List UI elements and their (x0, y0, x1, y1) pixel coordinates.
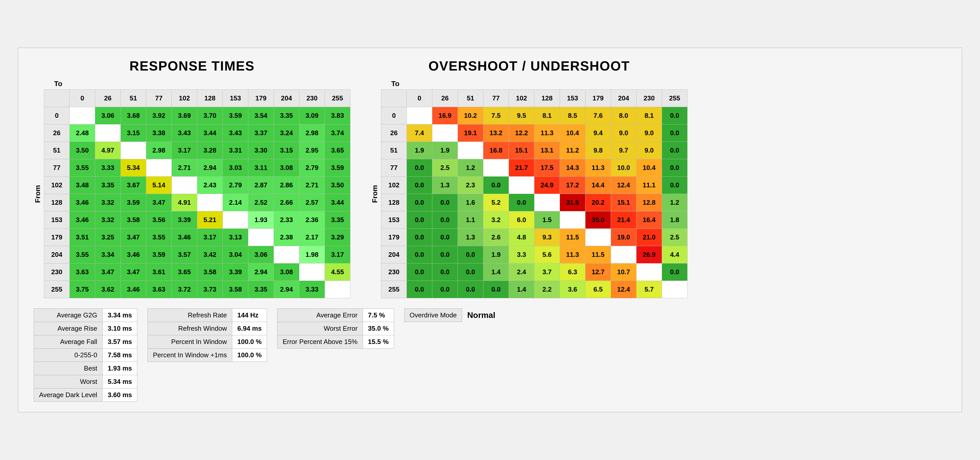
table-cell (662, 281, 687, 298)
stats-right-table: Average Error7.5 %Worst Error35.0 %Error… (277, 308, 394, 348)
table-cell: 2.4 (509, 264, 535, 281)
table-cell: 2.17 (299, 229, 325, 246)
table-cell (585, 229, 611, 246)
col-header: 26 (95, 90, 121, 107)
table-cell: 12.4 (611, 177, 636, 194)
table-cell (611, 246, 636, 264)
table-cell: 3.32 (95, 194, 121, 211)
table-cell: 1.93 (248, 211, 274, 229)
table-cell: 3.35 (248, 281, 274, 298)
stat-label: 0-255-0 (34, 348, 103, 362)
table-cell: 9.5 (509, 107, 535, 125)
stat-label: Worst Error (277, 322, 363, 335)
table-cell: 3.30 (248, 142, 274, 159)
table-cell: 3.75 (70, 281, 95, 298)
table-cell: 9.0 (636, 125, 662, 142)
row-header: 153 (44, 211, 70, 229)
row-header: 204 (381, 246, 407, 264)
os-heatmap: 0265177102128153179204230255016.910.27.5… (381, 89, 687, 298)
table-cell: 3.38 (146, 125, 172, 142)
stat-value: 7.5 % (363, 309, 394, 322)
stat-value: 144 Hz (232, 309, 267, 322)
table-cell: 8.1 (636, 107, 662, 125)
table-cell: 8.5 (560, 107, 585, 125)
table-cell: 3.25 (95, 229, 121, 246)
table-cell (70, 107, 95, 125)
table-cell: 13.2 (484, 125, 509, 142)
table-cell: 3.43 (223, 125, 248, 142)
col-header: 204 (611, 90, 636, 107)
row-header: 51 (44, 142, 70, 159)
table-cell: 3.28 (197, 142, 223, 159)
table-cell: 26.9 (636, 246, 662, 264)
table-cell: 9.8 (585, 142, 611, 159)
table-cell: 4.4 (662, 246, 687, 264)
table-cell: 3.11 (248, 159, 274, 177)
stats-row: Average G2G3.34 msAverage Rise3.10 msAve… (34, 308, 946, 402)
table-cell: 3.39 (172, 211, 197, 229)
table-cell: 0.0 (407, 177, 432, 194)
stat-label: Percent In Window +1ms (148, 348, 232, 362)
col-header: 255 (325, 90, 350, 107)
table-cell: 0.0 (662, 107, 687, 125)
table-cell: 2.52 (248, 194, 274, 211)
table-cell: 0.0 (432, 281, 458, 298)
table-cell: 3.58 (121, 211, 146, 229)
table-cell: 3.74 (325, 125, 350, 142)
table-cell: 5.6 (535, 246, 560, 264)
table-cell: 3.37 (248, 125, 274, 142)
table-cell: 3.63 (70, 264, 95, 281)
table-cell: 3.7 (535, 264, 560, 281)
table-cell: 11.3 (535, 125, 560, 142)
table-cell: 1.4 (484, 264, 509, 281)
table-cell: 2.87 (248, 177, 274, 194)
table-cell: 0.0 (407, 281, 432, 298)
table-cell (407, 107, 432, 125)
main-container: RESPONSE TIMES To From 02651771021281531… (18, 48, 962, 412)
stat-label: Worst (34, 375, 103, 388)
table-cell: 7.5 (484, 107, 509, 125)
table-cell: 1.3 (432, 177, 458, 194)
row-header: 179 (44, 229, 70, 246)
table-cell: 3.56 (146, 211, 172, 229)
table-cell (197, 194, 223, 211)
table-cell: 3.63 (146, 281, 172, 298)
table-cell: 1.3 (458, 229, 484, 246)
table-cell: 3.17 (172, 142, 197, 159)
overshoot-section: OVERSHOOT / UNDERSHOOT To From 026517710… (371, 58, 687, 298)
col-header: 230 (636, 90, 662, 107)
table-cell: 0.0 (432, 264, 458, 281)
table-cell: 3.33 (299, 281, 325, 298)
table-cell: 3.55 (146, 229, 172, 246)
table-cell: 3.69 (172, 107, 197, 125)
table-cell: 14.4 (585, 177, 611, 194)
stat-value: 3.10 ms (102, 322, 137, 335)
row-header: 128 (381, 194, 407, 211)
table-cell: 2.71 (172, 159, 197, 177)
table-cell: 3.13 (223, 229, 248, 246)
row-header: 204 (44, 246, 70, 264)
table-cell: 2.48 (70, 125, 95, 142)
os-from-label: From (371, 185, 379, 203)
table-cell: 2.6 (484, 229, 509, 246)
table-cell: 4.55 (325, 264, 350, 281)
table-cell: 3.47 (121, 229, 146, 246)
row-header: 102 (381, 177, 407, 194)
table-cell: 2.79 (299, 159, 325, 177)
table-cell: 0.0 (432, 246, 458, 264)
table-cell: 2.66 (274, 194, 299, 211)
table-cell: 0.0 (484, 281, 509, 298)
table-cell: 1.9 (432, 142, 458, 159)
table-cell: 24.9 (535, 177, 560, 194)
table-cell: 2.57 (299, 194, 325, 211)
col-header: 77 (146, 90, 172, 107)
stat-label: Average Fall (34, 335, 103, 348)
table-cell: 3.62 (95, 281, 121, 298)
col-header: 153 (223, 90, 248, 107)
table-cell: 2.95 (299, 142, 325, 159)
stats-left-table: Average G2G3.34 msAverage Rise3.10 msAve… (34, 308, 137, 402)
table-cell: 2.86 (274, 177, 299, 194)
stat-value: 100.0 % (232, 348, 267, 362)
row-header: 255 (381, 281, 407, 298)
table-cell: 16.9 (432, 107, 458, 125)
